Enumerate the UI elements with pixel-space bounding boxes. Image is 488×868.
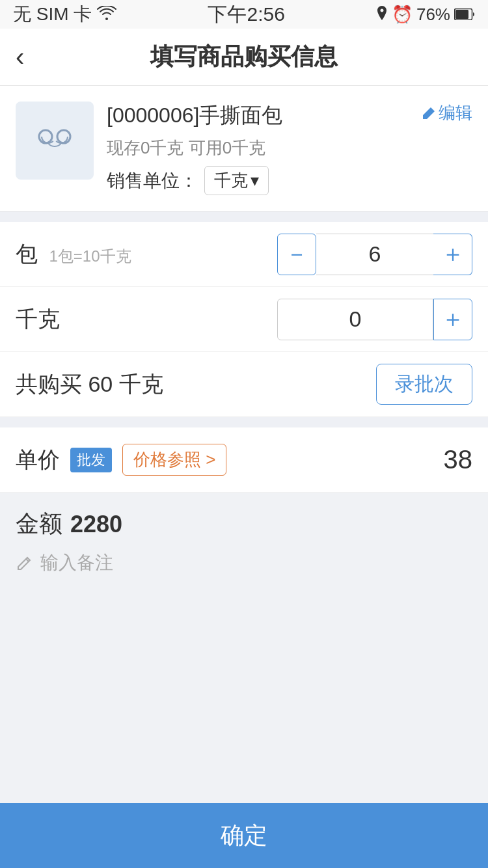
kg-quantity-control: ＋ [277,299,472,340]
price-value: 38 [444,445,473,474]
sim-text: 无 SIM 卡 [13,2,92,27]
bag-label: 包 1包=10千克 [16,239,277,269]
price-ref-button[interactable]: 价格参照 > [122,444,226,476]
nav-bar: ‹ 填写商品购买信息 [0,29,488,86]
battery-icon [454,5,475,25]
price-tag: 批发 [70,448,112,472]
bag-quantity-input[interactable] [316,234,433,275]
confirm-button[interactable]: 确定 [0,803,488,868]
bag-row: 包 1包=10千克 － ＋ [0,222,488,287]
wifi-icon [97,4,116,25]
product-unit-row: 销售单位： 千克 ▾ [107,166,409,195]
back-button[interactable]: ‹ [16,42,24,72]
svg-rect-1 [455,10,468,19]
price-section: 单价 批发 价格参照 > 38 [0,427,488,493]
kg-increase-button[interactable]: ＋ [433,299,472,340]
kg-row: 千克 ＋ [0,287,488,352]
pencil-icon [16,554,34,572]
remark-row[interactable]: 输入备注 [16,550,472,575]
status-bar: 无 SIM 卡 下午2:56 ⏰ 76% [0,0,488,29]
kg-label: 千克 [16,305,277,334]
unit-selector[interactable]: 千克 ▾ [204,166,269,195]
amount-label: 金额 [16,508,62,540]
price-row: 单价 批发 价格参照 > 38 [0,427,488,493]
bag-decrease-button[interactable]: － [277,234,316,275]
product-info: [0000006]手撕面包 现存0千克 可用0千克 销售单位： 千克 ▾ [107,102,409,195]
amount-row: 金额 2280 [16,508,472,540]
total-label: 共购买 60 千克 [16,370,163,400]
divider-2 [0,417,488,427]
alarm-icon: ⏰ [392,5,413,25]
product-thumbnail [16,102,94,180]
product-name: [0000006]手撕面包 [107,102,409,130]
bag-increase-button[interactable]: ＋ [433,234,472,275]
total-row: 共购买 60 千克 录批次 [0,352,488,417]
remark-placeholder: 输入备注 [40,550,113,575]
location-icon [376,5,388,25]
bag-sub-label: 1包=10千克 [49,247,131,265]
battery-text: 76% [416,5,450,25]
batch-button[interactable]: 录批次 [376,364,472,405]
unit-label: 销售单位： [107,169,198,193]
status-right: ⏰ 76% [376,5,475,25]
status-time: 下午2:56 [208,1,284,28]
product-stock: 现存0千克 可用0千克 [107,137,409,159]
divider-1 [0,211,488,222]
amount-section: 金额 2280 输入备注 [0,493,488,582]
page-title: 填写商品购买信息 [150,41,338,73]
product-card: [0000006]手撕面包 现存0千克 可用0千克 销售单位： 千克 ▾ 编辑 [0,86,488,211]
form-section: 包 1包=10千克 － ＋ 千克 ＋ [0,222,488,352]
price-label: 单价 [16,445,60,475]
kg-quantity-input[interactable] [277,299,433,340]
amount-value: 2280 [70,511,122,538]
bag-quantity-control: － ＋ [277,234,472,275]
edit-button[interactable]: 编辑 [422,102,472,124]
status-left: 无 SIM 卡 [13,2,116,27]
